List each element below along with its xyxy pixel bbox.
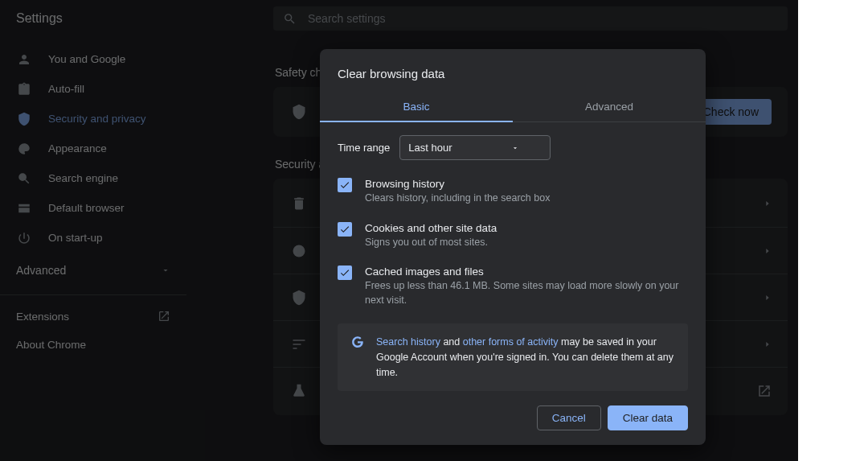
- dialog-tabs: Basic Advanced: [320, 92, 706, 122]
- clear-data-button[interactable]: Clear data: [608, 405, 688, 430]
- time-range-value: Last hour: [408, 142, 452, 154]
- option-cookies: Cookies and other site data Signs you ou…: [338, 214, 688, 258]
- option-subtitle: Frees up less than 46.1 MB. Some sites m…: [365, 279, 688, 307]
- time-range-label: Time range: [338, 142, 390, 154]
- option-title: Cookies and other site data: [365, 222, 497, 234]
- search-history-link[interactable]: Search history: [376, 336, 440, 348]
- clear-browsing-data-dialog: Clear browsing data Basic Advanced Time …: [320, 49, 706, 445]
- checkbox-cached[interactable]: [338, 265, 352, 280]
- blank-panel: [798, 0, 868, 461]
- time-range-row: Time range Last hour: [320, 122, 706, 163]
- app: Settings Search settings You and Google …: [0, 0, 798, 461]
- checkbox-browsing-history[interactable]: [338, 178, 352, 192]
- option-subtitle: Signs you out of most sites.: [365, 236, 497, 250]
- other-activity-link[interactable]: other forms of activity: [463, 336, 559, 348]
- options-list: Browsing history Clears history, includi…: [320, 163, 706, 315]
- option-title: Browsing history: [365, 178, 550, 190]
- chevron-down-icon: [511, 144, 519, 152]
- cancel-button[interactable]: Cancel: [537, 405, 601, 430]
- google-icon: [350, 335, 365, 380]
- info-text: Search history and other forms of activi…: [376, 335, 675, 380]
- checkbox-cookies[interactable]: [338, 222, 352, 237]
- option-cached: Cached images and files Frees up less th…: [338, 257, 688, 315]
- tab-basic[interactable]: Basic: [320, 92, 513, 121]
- google-account-info: Search history and other forms of activi…: [338, 323, 688, 391]
- option-subtitle: Clears history, including in the search …: [365, 191, 550, 206]
- time-range-select[interactable]: Last hour: [399, 135, 551, 160]
- dialog-title: Clear browsing data: [320, 67, 706, 92]
- option-browsing-history: Browsing history Clears history, includi…: [338, 170, 688, 214]
- tab-advanced[interactable]: Advanced: [513, 92, 706, 121]
- dialog-actions: Cancel Clear data: [320, 391, 706, 430]
- option-title: Cached images and files: [365, 265, 688, 278]
